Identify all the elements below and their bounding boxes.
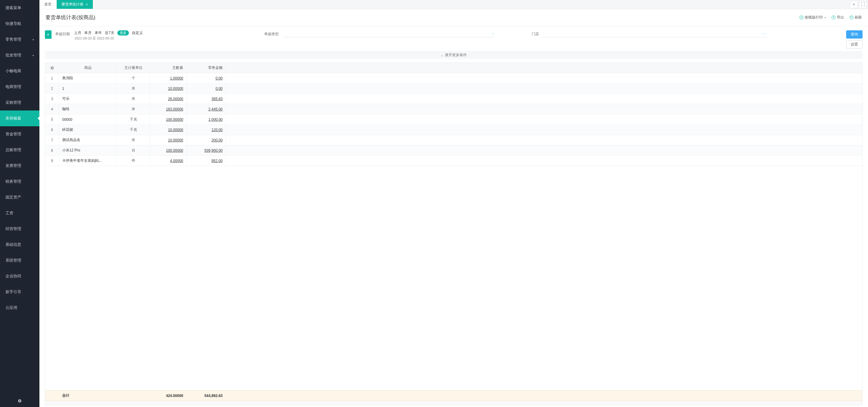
- sidebar-guide[interactable]: 新手引导: [0, 284, 39, 300]
- sidebar-item-label: 快捷导航: [5, 21, 21, 26]
- refresh-button[interactable]: ↻ 刷新: [849, 15, 862, 20]
- cell-rest: [226, 135, 862, 145]
- quick-custom[interactable]: 自定义: [132, 30, 143, 35]
- cell-name: 奥润陌: [59, 73, 117, 83]
- search-button[interactable]: 查询: [846, 30, 863, 38]
- sidebar-settings[interactable]: [0, 395, 39, 407]
- cell-rest: [226, 145, 862, 155]
- cell-qty[interactable]: 100.00000: [150, 145, 187, 155]
- cell-unit: 千克: [117, 125, 150, 135]
- page-header: 要货单统计表(按商品) ⎙ 按模版打印 ▾ ↧ 导出 ↻ 刷新: [39, 9, 868, 26]
- sidebar-purchase[interactable]: 采购管理: [0, 95, 39, 111]
- active-indicator-icon: [38, 117, 39, 120]
- chevron-down-icon[interactable]: ⌄: [492, 32, 494, 35]
- table-row[interactable]: 6碎花裙千克10.00000120.00: [45, 125, 862, 135]
- sidebar-item-label: 搜索菜单: [5, 5, 21, 11]
- sidebar-search[interactable]: 搜索菜单: [0, 0, 39, 16]
- sidebar-tax[interactable]: 税务管理: [0, 174, 39, 190]
- sidebar-quicknav[interactable]: 快捷导航: [0, 16, 39, 32]
- cell-amt[interactable]: 952.00: [187, 156, 226, 166]
- sidebar-payroll[interactable]: 工资: [0, 205, 39, 221]
- sidebar-retail[interactable]: 零售管理▾: [0, 32, 39, 47]
- cell-qty[interactable]: 10.00000: [150, 125, 187, 135]
- sidebar-item-label: 资金管理: [5, 132, 21, 137]
- sidebar-inventory[interactable]: 库存核算: [0, 111, 39, 126]
- col-unit[interactable]: 主计量单位: [117, 63, 150, 73]
- cell-amt[interactable]: 0.00: [187, 84, 226, 93]
- cell-qty[interactable]: 4.00000: [150, 156, 187, 166]
- sidebar-system[interactable]: 系统管理: [0, 253, 39, 268]
- table-header: 商品 主计量单位 主数量 零售金额: [45, 63, 862, 73]
- cell-qty[interactable]: 1.00000: [150, 73, 187, 83]
- sidebar-funds[interactable]: 资金管理: [0, 126, 39, 142]
- sidebar-operation[interactable]: 经营管理: [0, 221, 39, 237]
- table-row[interactable]: 9卡伊美中老年女装妈妈...件4.00000952.00: [45, 156, 862, 166]
- print-button[interactable]: ⎙ 按模版打印 ▾: [800, 15, 826, 20]
- cell-qty[interactable]: 100.00000: [150, 114, 187, 124]
- more-icon[interactable]: ···: [762, 31, 766, 36]
- cell-unit: 台: [117, 145, 150, 155]
- cell-unit: 米: [117, 94, 150, 104]
- cell-qty[interactable]: 10.00000: [150, 84, 187, 93]
- col-amt[interactable]: 零售金额: [187, 63, 226, 73]
- cell-amt[interactable]: 200.00: [187, 135, 226, 145]
- cell-amt[interactable]: 120.00: [187, 125, 226, 135]
- refresh-label: 刷新: [855, 15, 862, 20]
- store-input[interactable]: [543, 30, 768, 37]
- cell-amt[interactable]: 2,445.00: [187, 104, 226, 114]
- table-row[interactable]: 1奥润陌个1.000000.00: [45, 73, 862, 84]
- sidebar-basicinfo[interactable]: 基础信息: [0, 237, 39, 253]
- export-button[interactable]: ↧ 导出: [832, 15, 844, 20]
- col-qty[interactable]: 主数量: [150, 63, 187, 73]
- close-icon[interactable]: ×: [86, 2, 88, 7]
- cell-qty[interactable]: 163.00000: [150, 104, 187, 114]
- quick-last-month[interactable]: 上月: [74, 30, 81, 35]
- sidebar-collab[interactable]: 企业协同: [0, 268, 39, 284]
- table-row[interactable]: 21米10.000000.00: [45, 84, 862, 94]
- tab-close-all[interactable]: ×: [850, 1, 858, 8]
- collapse-filter-toggle[interactable]: [45, 30, 52, 39]
- col-name[interactable]: 商品: [59, 63, 117, 73]
- tab-fullscreen[interactable]: ⛶: [859, 1, 867, 8]
- table-row[interactable]: 4咖啡米163.000002,445.00: [45, 104, 862, 114]
- footer-amt: 544,982.63: [187, 390, 226, 401]
- quick-this-month[interactable]: 本月: [84, 30, 92, 35]
- horizontal-scrollbar[interactable]: [45, 401, 863, 405]
- cell-amt[interactable]: 539,900.00: [187, 145, 226, 155]
- sidebar-wholesale[interactable]: 批发管理▾: [0, 47, 39, 63]
- col-rest: [226, 63, 862, 73]
- sidebar-xcec[interactable]: 小畅电商: [0, 63, 39, 79]
- sidebar-ecommerce[interactable]: 电商管理: [0, 79, 39, 95]
- sidebar-fixedasset[interactable]: 固定资产: [0, 190, 39, 205]
- table-row[interactable]: 500000千克100.000001,000.00: [45, 114, 862, 125]
- sidebar-cloud[interactable]: 云应用: [0, 300, 39, 316]
- tab-home[interactable]: 首页: [39, 0, 57, 9]
- cell-qty[interactable]: 26.00000: [150, 94, 187, 104]
- cell-amt[interactable]: 365.63: [187, 94, 226, 104]
- expand-more-label: 展开更多条件: [445, 53, 467, 58]
- sidebar-item-label: 库存核算: [5, 116, 21, 121]
- expand-more-filters[interactable]: ⌄ 展开更多条件: [45, 51, 863, 59]
- cell-amt[interactable]: 1,000.00: [187, 114, 226, 124]
- type-input[interactable]: [283, 30, 495, 37]
- cell-amt[interactable]: 0.00: [187, 73, 226, 83]
- quick-this-year[interactable]: 本年: [95, 30, 102, 35]
- col-settings[interactable]: [45, 63, 59, 73]
- table-row[interactable]: 8小米12 Pro台100.00000539,900.00: [45, 145, 862, 156]
- quick-more[interactable]: 更多: [117, 30, 129, 35]
- cell-qty[interactable]: 10.00000: [150, 135, 187, 145]
- cell-name: 小米12 Pro: [59, 145, 117, 155]
- sidebar-ledger[interactable]: 总账管理: [0, 142, 39, 158]
- quick-last7[interactable]: 近7天: [105, 30, 114, 35]
- chevron-right-icon: [46, 33, 50, 36]
- tab-report[interactable]: 要货单统计表 ×: [57, 0, 93, 9]
- sidebar-invoice[interactable]: 发票管理: [0, 158, 39, 174]
- settings-button[interactable]: 设置: [846, 40, 863, 49]
- cell-unit: 千克: [117, 114, 150, 124]
- sidebar-item-label: 批发管理: [5, 53, 21, 58]
- filter-bar: 单据日期 上月 本月 本年 近7天 更多 自定义 2021-09-20 至 20…: [45, 29, 863, 59]
- table-row[interactable]: 7测试商品名米10.00000200.00: [45, 135, 862, 145]
- table-row[interactable]: 3可乐米26.00000365.63: [45, 94, 862, 104]
- cell-name: 可乐: [59, 94, 117, 104]
- table-footer: 合计 424.00000 544,982.63: [45, 390, 862, 401]
